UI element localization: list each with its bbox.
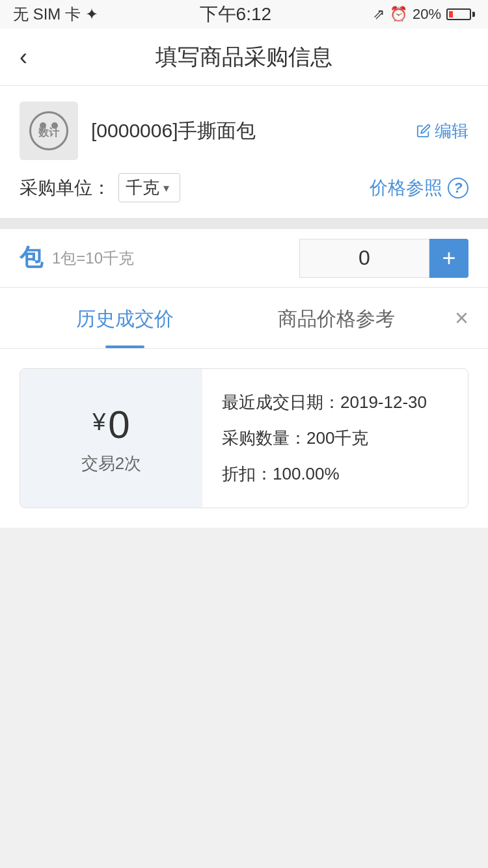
tabs-header: 历史成交价 商品价格参考 × (0, 288, 488, 349)
detail-discount-value: 100.00% (273, 464, 340, 483)
detail-qty-value: 200千克 (306, 428, 368, 448)
detail-date-label: 最近成交日期： (222, 392, 340, 412)
detail-qty-label: 采购数量： (222, 428, 306, 448)
product-section: 数计 [0000006]手撕面包 编辑 采购单位： 千克 ▾ 价格参照 (0, 86, 488, 219)
status-right: ⇗ ⏰ 20% (373, 6, 475, 23)
quantity-label-group: 包 1包=10千克 (20, 242, 134, 274)
location-icon: ⇗ (373, 6, 385, 23)
price-card-right: 最近成交日期：2019-12-30 采购数量：200千克 折扣：100.00% (202, 369, 468, 508)
tabs-section: 历史成交价 商品价格参考 × ¥ 0 交易2次 最近成交日期：2019-12-3… (0, 288, 488, 528)
price-amount: 0 (108, 402, 129, 447)
price-card-left: ¥ 0 交易2次 (20, 369, 202, 508)
unit-select[interactable]: 千克 ▾ (118, 173, 180, 202)
price-detail-date: 最近成交日期：2019-12-30 (222, 390, 448, 415)
quantity-value: 0 (359, 246, 370, 270)
status-left: 无 SIM 卡 ✦ (13, 4, 98, 25)
tab-close-button[interactable]: × (442, 292, 468, 345)
back-button[interactable]: ‹ (20, 37, 34, 77)
price-card: ¥ 0 交易2次 最近成交日期：2019-12-30 采购数量：200千克 折扣… (20, 368, 468, 508)
detail-date-value: 2019-12-30 (340, 392, 427, 412)
main-content (0, 528, 488, 868)
product-bottom-row: 采购单位： 千克 ▾ 价格参照 ? (20, 173, 468, 202)
price-cards: ¥ 0 交易2次 最近成交日期：2019-12-30 采购数量：200千克 折扣… (0, 349, 488, 528)
price-detail-discount: 折扣：100.00% (222, 461, 448, 487)
product-top-row: 数计 [0000006]手撕面包 编辑 (20, 102, 468, 160)
product-left: 数计 [0000006]手撕面包 (20, 102, 256, 160)
page-title: 填写商品采购信息 (156, 42, 332, 72)
help-icon: ? (448, 178, 468, 198)
tab-product-label: 商品价格参考 (278, 308, 395, 329)
quantity-section: 包 1包=10千克 0 + (0, 229, 488, 288)
edit-icon (416, 124, 431, 138)
nav-bar: ‹ 填写商品采购信息 (0, 29, 488, 86)
currency-symbol: ¥ (92, 409, 105, 436)
tab-history-label: 历史成交价 (76, 308, 174, 329)
tab-product-price[interactable]: 商品价格参考 (230, 288, 441, 348)
detail-discount-label: 折扣： (222, 464, 273, 483)
tab-history-price[interactable]: 历史成交价 (20, 288, 230, 348)
quantity-input[interactable]: 0 (299, 239, 429, 278)
quantity-hint: 1包=10千克 (52, 248, 134, 269)
product-thumbnail: 数计 (20, 102, 78, 160)
plus-icon: + (442, 245, 455, 272)
quantity-plus-button[interactable]: + (429, 239, 468, 278)
edit-label: 编辑 (435, 120, 468, 142)
unit-chevron-icon: ▾ (163, 181, 169, 195)
product-id: [0000006] (91, 120, 178, 141)
unit-row: 采购单位： 千克 ▾ (20, 173, 180, 202)
alarm-icon: ⏰ (390, 6, 407, 23)
status-bar: 无 SIM 卡 ✦ 下午6:12 ⇗ ⏰ 20% (0, 0, 488, 29)
price-trades: 交易2次 (81, 452, 141, 475)
product-name: [0000006]手撕面包 (91, 118, 256, 144)
unit-value: 千克 (126, 176, 159, 199)
sim-label: 无 SIM 卡 ✦ (13, 4, 98, 25)
unit-label: 采购单位： (20, 176, 111, 200)
edit-button[interactable]: 编辑 (416, 120, 468, 142)
brand-logo: 数计 (29, 111, 68, 150)
section-divider (0, 219, 488, 229)
status-time: 下午6:12 (200, 2, 272, 27)
package-label: 包 (20, 242, 43, 274)
price-ref-button[interactable]: 价格参照 ? (370, 176, 468, 200)
product-title: 手撕面包 (178, 120, 256, 141)
battery-percent: 20% (413, 6, 441, 23)
price-main: ¥ 0 (92, 402, 129, 447)
quantity-input-group: 0 + (299, 239, 468, 278)
battery-icon (446, 8, 475, 20)
price-ref-label: 价格参照 (370, 176, 442, 200)
price-detail-qty: 采购数量：200千克 (222, 426, 448, 451)
